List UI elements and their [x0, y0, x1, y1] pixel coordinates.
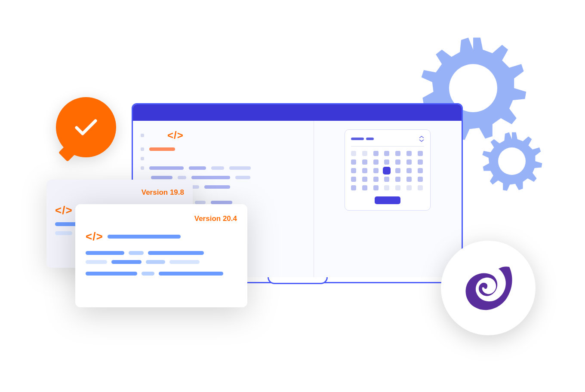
version-card-new: Version 20.4 </> — [75, 204, 247, 307]
calendar-selected-day — [383, 167, 391, 175]
chevron-down-icon — [419, 139, 424, 142]
blazor-logo-icon — [458, 258, 518, 318]
calendar-widget — [345, 129, 431, 211]
window-titlebar — [133, 104, 462, 121]
laptop-notch — [268, 277, 328, 284]
chevron-up-icon — [419, 136, 424, 138]
gear-icon — [477, 127, 546, 196]
calendar-action-button — [375, 196, 400, 204]
calendar-nav — [419, 136, 424, 142]
blazor-logo-badge — [441, 241, 536, 335]
code-bracket-icon: </> — [55, 204, 73, 217]
calendar-grid — [351, 151, 424, 190]
code-bracket-icon: </> — [86, 230, 103, 243]
success-badge — [56, 97, 116, 157]
code-bracket-icon: </> — [167, 129, 184, 141]
preview-pane — [314, 121, 462, 278]
version-label-new: Version 20.4 — [86, 214, 237, 223]
version-label-old: Version 19.8 — [55, 188, 184, 197]
check-icon — [73, 116, 99, 138]
